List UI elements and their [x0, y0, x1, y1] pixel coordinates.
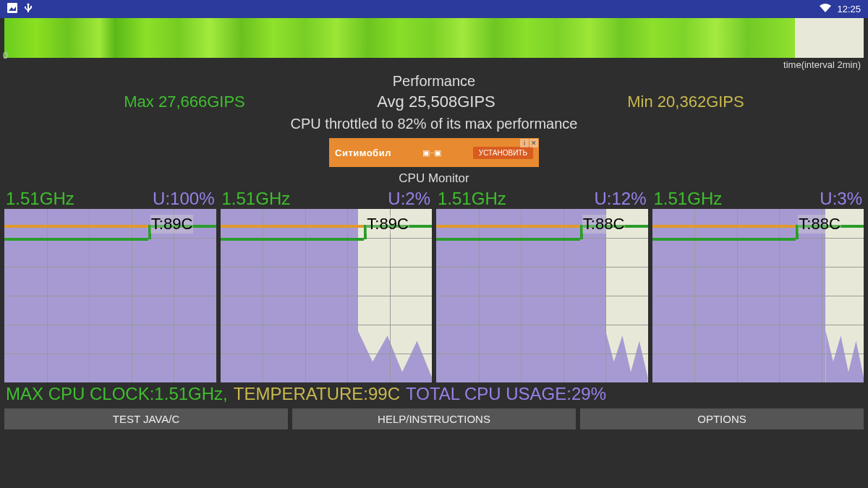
- wifi-icon: [820, 4, 831, 14]
- core-temp-label: T:88C: [798, 215, 841, 234]
- cpu-core-3: 1.51GHzU:3%T:88C: [652, 189, 864, 382]
- timeline-activity-fill: [4, 18, 795, 58]
- ad-info-icon[interactable]: i: [520, 139, 529, 147]
- core-chart: T:89C: [4, 209, 216, 382]
- core-freq: 1.51GHz: [654, 189, 723, 209]
- core-usage: U:2%: [388, 189, 430, 209]
- cpu-core-grid: 1.51GHzU:100%T:89C1.51GHzU:2%T:89C1.51GH…: [0, 189, 868, 382]
- test-button[interactable]: TEST JAVA/C: [4, 408, 288, 429]
- summary-max-clock: MAX CPU CLOCK:1.51GHz,: [6, 384, 228, 404]
- ad-graphic-icon: ▣··▣: [422, 148, 441, 158]
- performance-timeline-chart: 0: [4, 18, 864, 58]
- perf-min: Min 20,362GIPS: [627, 93, 744, 111]
- core-freq: 1.51GHz: [222, 189, 291, 209]
- ad-brand-text: Ситимобил: [335, 147, 391, 158]
- timeline-axis-zero: 0: [3, 51, 8, 61]
- core-usage: U:3%: [820, 189, 862, 209]
- performance-section: Performance Max 27,666GIPS Avg 25,508GIP…: [0, 73, 868, 132]
- ad-banner[interactable]: Ситимобил ▣··▣ УСТАНОВИТЬ i ✕: [329, 138, 539, 167]
- summary-total-usage: TOTAL CPU USAGE:29%: [406, 384, 606, 404]
- cpu-core-0: 1.51GHzU:100%T:89C: [4, 189, 216, 382]
- core-usage: U:12%: [594, 189, 646, 209]
- usage-falloff: [605, 330, 648, 382]
- clock-history-low: [4, 238, 148, 241]
- timeline-interval-label: time(interval 2min): [0, 59, 868, 70]
- core-usage: U:100%: [153, 189, 214, 209]
- core-chart: T:88C: [436, 209, 648, 382]
- clock-history-low: [436, 238, 580, 241]
- ad-install-button[interactable]: УСТАНОВИТЬ: [473, 147, 533, 159]
- core-chart: T:89C: [221, 209, 433, 382]
- summary-row: MAX CPU CLOCK:1.51GHz, TEMPERATURE:99C T…: [0, 382, 868, 406]
- core-freq: 1.51GHz: [438, 189, 506, 209]
- summary-temperature: TEMPERATURE:99C: [234, 384, 400, 404]
- core-temp-label: T:89C: [366, 215, 409, 234]
- cpu-core-2: 1.51GHzU:12%T:88C: [436, 189, 648, 382]
- usb-icon: [25, 3, 32, 15]
- core-temp-label: T:88C: [582, 215, 625, 234]
- perf-avg: Avg 25,508GIPS: [377, 93, 495, 111]
- usage-falloff: [358, 330, 432, 382]
- options-button[interactable]: OPTIONS: [580, 408, 864, 429]
- clock-history-low: [221, 238, 365, 241]
- ad-close-icon[interactable]: ✕: [529, 139, 538, 147]
- cpu-monitor-title: CPU Monitor: [0, 171, 868, 186]
- clock-history-low: [652, 238, 796, 241]
- status-bar: 12:25: [0, 0, 868, 18]
- usage-falloff: [825, 330, 864, 382]
- help-button[interactable]: HELP/INSTRUCTIONS: [292, 408, 576, 429]
- perf-max: Max 27,666GIPS: [124, 93, 245, 111]
- core-temp-label: T:89C: [150, 215, 193, 234]
- throttle-message: CPU throttled to 82% of its max performa…: [0, 116, 868, 132]
- timeline-inactive-tail: [795, 18, 864, 58]
- performance-title: Performance: [0, 73, 868, 90]
- gallery-icon: [7, 3, 17, 15]
- core-freq: 1.51GHz: [6, 189, 75, 209]
- cpu-core-1: 1.51GHzU:2%T:89C: [221, 189, 433, 382]
- status-time: 12:25: [837, 4, 861, 14]
- core-chart: T:88C: [652, 209, 864, 382]
- button-row: TEST JAVA/C HELP/INSTRUCTIONS OPTIONS: [0, 406, 868, 432]
